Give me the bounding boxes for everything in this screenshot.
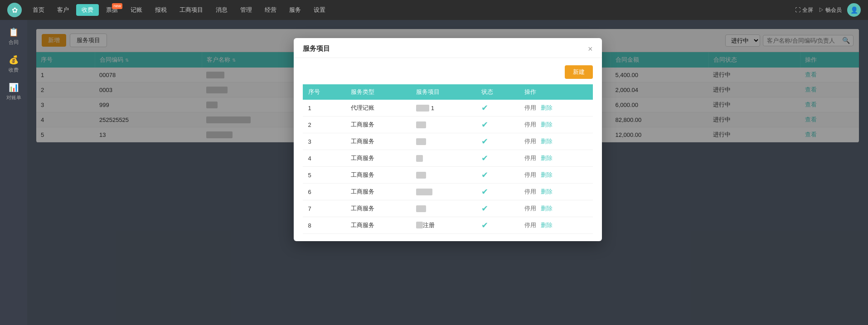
delete-button[interactable]: 删除: [541, 221, 553, 229]
delete-button[interactable]: 删除: [541, 104, 553, 112]
list-item: 7 工商服务 ✔ 停用 删除: [303, 200, 593, 217]
modal-th-type: 服务类型: [345, 84, 411, 100]
modal-cell-type: 工商服务: [345, 184, 411, 200]
stop-button[interactable]: 停用: [524, 188, 536, 196]
top-nav: ✿ 首页 客户 收费 票据 new 记账 报税 工商项目 消息 管理 经营 服务…: [0, 0, 868, 20]
contract-icon: 📋: [9, 27, 19, 37]
sidebar-label-contract: 合同: [9, 39, 19, 46]
modal-cell-action: 停用 删除: [519, 116, 592, 133]
list-item: 1 代理记账 1 ✔ 停用 删除: [303, 100, 593, 116]
nav-customer[interactable]: 客户: [52, 4, 74, 16]
modal-header: 服务项目 ×: [294, 38, 602, 58]
modal-th-seq: 序号: [303, 84, 346, 100]
right-actions: ⛶ 全屏 ▷ 畅会员 👤: [795, 3, 861, 17]
fullscreen-btn[interactable]: ⛶ 全屏: [795, 6, 813, 14]
nav-commerce[interactable]: 工商项目: [174, 4, 209, 16]
sidebar-item-statement[interactable]: 📊 对账单: [2, 79, 25, 105]
delete-button[interactable]: 删除: [541, 137, 553, 146]
stop-button[interactable]: 停用: [524, 221, 536, 229]
nav-home[interactable]: 首页: [27, 4, 50, 16]
modal-table-body: 1 代理记账 1 ✔ 停用 删除: [303, 100, 593, 234]
stop-button[interactable]: 停用: [524, 104, 536, 112]
nav-fee[interactable]: 收费: [76, 4, 99, 16]
modal-cell-project: [411, 133, 476, 150]
list-item: 8 工商服务 注册 ✔ 停用 删除: [303, 217, 593, 234]
delete-button[interactable]: 删除: [541, 204, 553, 213]
modal-cell-status: ✔: [476, 167, 519, 184]
nav-settings[interactable]: 设置: [308, 4, 331, 16]
modal-cell-type: 工商服务: [345, 167, 411, 184]
modal-cell-action: 停用 删除: [519, 217, 592, 234]
delete-button[interactable]: 删除: [541, 121, 553, 129]
modal-title: 服务项目: [303, 44, 330, 53]
modal-cell-seq: 7: [303, 200, 346, 217]
nav-message[interactable]: 消息: [210, 4, 233, 16]
nav-badge-new: new: [112, 3, 122, 9]
nav-operation[interactable]: 经营: [259, 4, 282, 16]
modal-cell-status: ✔: [476, 100, 519, 116]
fee-icon: 💰: [9, 55, 19, 65]
list-item: 4 工商服务 ✔ 停用 删除: [303, 150, 593, 167]
modal-cell-action: 停用 删除: [519, 184, 592, 200]
status-check-icon: ✔: [481, 137, 488, 146]
delete-button[interactable]: 删除: [541, 171, 553, 179]
app-logo[interactable]: ✿: [7, 3, 22, 17]
modal-cell-status: ✔: [476, 116, 519, 133]
status-check-icon: ✔: [481, 187, 488, 196]
modal-th-status: 状态: [476, 84, 519, 100]
modal-cell-seq: 1: [303, 100, 346, 116]
status-check-icon: ✔: [481, 221, 488, 230]
modal-cell-seq: 4: [303, 150, 346, 167]
modal-scroll-area[interactable]: 序号 服务类型 服务项目 状态 操作 1 代理记账: [303, 84, 593, 234]
modal-cell-project: 1: [411, 100, 476, 116]
user-avatar[interactable]: 👤: [847, 3, 861, 17]
stop-button[interactable]: 停用: [524, 204, 536, 213]
modal-cell-action: 停用 删除: [519, 100, 592, 116]
modal-close-button[interactable]: ×: [588, 45, 593, 53]
stop-button[interactable]: 停用: [524, 154, 536, 162]
modal-th-project: 服务项目: [411, 84, 476, 100]
modal-new-btn-wrap: 新建: [303, 65, 593, 79]
member-btn[interactable]: ▷ 畅会员: [819, 6, 842, 14]
stop-button[interactable]: 停用: [524, 171, 536, 179]
modal-table-head: 序号 服务类型 服务项目 状态 操作: [303, 84, 593, 100]
modal-cell-status: ✔: [476, 184, 519, 200]
modal-cell-type: 工商服务: [345, 200, 411, 217]
modal-cell-project: [411, 200, 476, 217]
modal-new-button[interactable]: 新建: [565, 65, 593, 79]
nav-manage[interactable]: 管理: [235, 4, 257, 16]
status-check-icon: ✔: [481, 204, 488, 213]
modal-cell-project: [411, 184, 476, 200]
stop-button[interactable]: 停用: [524, 137, 536, 146]
modal-cell-type: 工商服务: [345, 116, 411, 133]
modal-cell-project: 注册: [411, 217, 476, 234]
nav-invoice[interactable]: 票据 new: [101, 4, 123, 16]
modal-cell-status: ✔: [476, 200, 519, 217]
modal-cell-seq: 3: [303, 133, 346, 150]
delete-button[interactable]: 删除: [541, 188, 553, 196]
modal-cell-project: [411, 116, 476, 133]
status-check-icon: ✔: [481, 170, 488, 179]
nav-tax[interactable]: 报税: [150, 4, 172, 16]
modal-body: 新建 序号 服务类型 服务项目 状态 操作: [294, 58, 602, 241]
app-layout: 📋 合同 💰 收费 📊 对账单 新增 服务项目 进行中 已完: [0, 20, 868, 325]
modal-cell-seq: 6: [303, 184, 346, 200]
sidebar-item-fee[interactable]: 💰 收费: [2, 51, 25, 77]
main-content: 新增 服务项目 进行中 已完成 已终止 🔍: [27, 20, 868, 325]
stop-button[interactable]: 停用: [524, 121, 536, 129]
statement-icon: 📊: [9, 82, 19, 92]
modal-overlay[interactable]: 服务项目 × 新建 序号 服务类型 服: [27, 20, 868, 325]
modal-cell-action: 停用 删除: [519, 133, 592, 150]
sidebar-item-contract[interactable]: 📋 合同: [2, 24, 25, 49]
list-item: 6 工商服务 ✔ 停用 删除: [303, 184, 593, 200]
sidebar: 📋 合同 💰 收费 📊 对账单: [0, 20, 27, 325]
nav-service[interactable]: 服务: [284, 4, 306, 16]
delete-button[interactable]: 删除: [541, 154, 553, 162]
list-item: 2 工商服务 ✔ 停用 删除: [303, 116, 593, 133]
modal-cell-status: ✔: [476, 133, 519, 150]
nav-bookkeeping[interactable]: 记账: [125, 4, 148, 16]
modal-cell-seq: 2: [303, 116, 346, 133]
modal-cell-project: [411, 150, 476, 167]
modal-cell-project: [411, 167, 476, 184]
modal-cell-type: 工商服务: [345, 150, 411, 167]
